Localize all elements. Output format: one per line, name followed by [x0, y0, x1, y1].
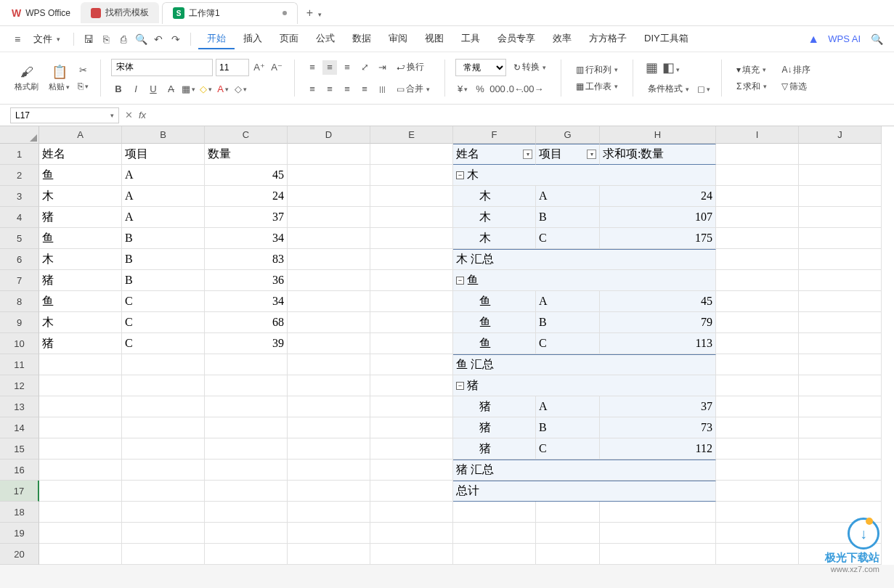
cell[interactable] — [288, 249, 370, 270]
column-header-A[interactable]: A — [39, 126, 122, 144]
tab-workbook[interactable]: S 工作簿1 — [162, 2, 298, 24]
row-header-15[interactable]: 15 — [0, 438, 39, 460]
cell[interactable] — [205, 438, 288, 460]
cell[interactable] — [288, 333, 370, 354]
cell[interactable] — [716, 438, 799, 460]
pivot-cell[interactable]: C — [536, 333, 600, 354]
pivot-cell[interactable]: B — [536, 207, 600, 228]
rowcol-button[interactable]: ▥ 行和列▾ — [572, 62, 622, 78]
row-header-19[interactable]: 19 — [0, 523, 39, 544]
cell[interactable] — [39, 417, 122, 438]
strikethrough-icon[interactable]: A̶ — [163, 82, 178, 97]
menu-视图[interactable]: 视图 — [416, 29, 452, 49]
row-header-10[interactable]: 10 — [0, 333, 39, 354]
pivot-cell[interactable]: 37 — [600, 396, 716, 417]
cell[interactable] — [288, 502, 370, 523]
increase-decimal-icon[interactable]: .00→ — [525, 82, 540, 97]
filter-button[interactable]: ▽ 筛选 — [777, 79, 815, 94]
cell[interactable] — [122, 481, 205, 502]
align-top-icon[interactable]: ≡ — [305, 60, 320, 75]
file-menu[interactable]: 文件 ▾ — [28, 30, 66, 49]
cell[interactable] — [799, 354, 882, 375]
name-box[interactable]: L17 ▾ — [10, 107, 119, 123]
merge-button[interactable]: ▭ 合并▾ — [392, 81, 434, 97]
pivot-cell[interactable]: 木 — [453, 186, 536, 207]
row-header-7[interactable]: 7 — [0, 270, 39, 291]
cell-header[interactable]: 姓名 — [39, 144, 122, 165]
cell[interactable] — [370, 354, 453, 375]
table-format-icon[interactable]: ▦ — [643, 60, 659, 75]
cell[interactable] — [716, 417, 799, 438]
cell[interactable] — [370, 481, 453, 502]
pivot-cell[interactable]: 鱼 — [453, 291, 536, 312]
cell[interactable] — [370, 333, 453, 354]
cell[interactable] — [799, 228, 882, 249]
cell[interactable] — [288, 481, 370, 502]
cell[interactable] — [39, 396, 122, 417]
cell[interactable] — [370, 502, 453, 523]
cell[interactable]: 39 — [205, 333, 288, 354]
cell[interactable] — [600, 502, 716, 523]
undo-icon[interactable]: ↶ — [151, 33, 166, 45]
cell[interactable] — [536, 544, 600, 565]
cell[interactable] — [799, 396, 882, 417]
cell[interactable] — [716, 523, 799, 544]
cell[interactable] — [716, 291, 799, 312]
filter-dropdown-icon[interactable]: ▾ — [587, 150, 596, 159]
cell[interactable] — [205, 460, 288, 481]
clear-format-icon[interactable]: ◇▾ — [233, 82, 248, 97]
cell[interactable] — [370, 165, 453, 186]
cell[interactable] — [39, 502, 122, 523]
cell[interactable]: 68 — [205, 312, 288, 333]
cell[interactable] — [799, 186, 882, 207]
font-color-icon[interactable]: A▾ — [216, 82, 230, 97]
pivot-cell[interactable]: 木 — [453, 228, 536, 249]
pivot-cell[interactable]: B — [536, 417, 600, 438]
pivot-cell[interactable]: 猪 — [453, 438, 536, 460]
cell[interactable] — [799, 312, 882, 333]
pivot-cell[interactable]: 鱼 — [453, 333, 536, 354]
cell[interactable] — [39, 544, 122, 565]
orientation-icon[interactable]: ⤢ — [357, 60, 372, 75]
cell-style-icon[interactable]: ◧▾ — [662, 60, 678, 75]
column-header-F[interactable]: F — [453, 126, 536, 144]
row-header-14[interactable]: 14 — [0, 417, 39, 438]
pivot-cell[interactable]: 175 — [600, 228, 716, 249]
cell[interactable] — [205, 354, 288, 375]
cell[interactable] — [122, 502, 205, 523]
row-header-5[interactable]: 5 — [0, 228, 39, 249]
font-size-select[interactable] — [216, 59, 249, 76]
decrease-decimal-icon[interactable]: .0← — [508, 82, 522, 97]
cell[interactable] — [122, 375, 205, 396]
cell[interactable] — [370, 144, 453, 165]
cell[interactable]: 83 — [205, 249, 288, 270]
cell[interactable] — [370, 249, 453, 270]
cell[interactable] — [288, 396, 370, 417]
cell[interactable] — [799, 375, 882, 396]
column-header-E[interactable]: E — [370, 126, 453, 144]
row-header-1[interactable]: 1 — [0, 144, 39, 165]
cell[interactable] — [122, 417, 205, 438]
filter-dropdown-icon[interactable]: ▾ — [523, 150, 532, 159]
cell[interactable] — [600, 523, 716, 544]
row-header-6[interactable]: 6 — [0, 249, 39, 270]
pivot-cell[interactable]: 24 — [600, 186, 716, 207]
pivot-cell[interactable]: −木 — [453, 165, 716, 186]
column-header-I[interactable]: I — [716, 126, 799, 144]
menu-公式[interactable]: 公式 — [307, 29, 344, 49]
pivot-cell[interactable]: B — [536, 312, 600, 333]
cell-header[interactable]: 数量 — [205, 144, 288, 165]
pivot-cell[interactable]: A — [536, 396, 600, 417]
cell[interactable]: C — [122, 291, 205, 312]
menu-数据[interactable]: 数据 — [344, 29, 380, 49]
transpose-button[interactable]: ↻ 转换▾ — [509, 60, 550, 75]
cell-header[interactable]: 项目 — [122, 144, 205, 165]
copy-icon[interactable]: ⎘▾ — [76, 79, 90, 94]
row-header-11[interactable]: 11 — [0, 354, 39, 375]
redo-icon[interactable]: ↷ — [168, 33, 183, 45]
cell[interactable]: 猪 — [39, 270, 122, 291]
align-middle-icon[interactable]: ≡ — [322, 60, 337, 75]
cell[interactable] — [122, 460, 205, 481]
align-center-icon[interactable]: ≡ — [322, 82, 337, 97]
row-header-12[interactable]: 12 — [0, 375, 39, 396]
